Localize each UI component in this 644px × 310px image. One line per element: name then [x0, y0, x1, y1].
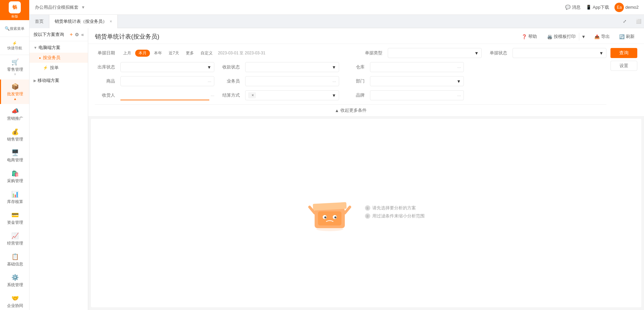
doc-status-select[interactable]: ▼: [513, 48, 606, 58]
filter-section: 单据日期 上月 本月 本年 近7天 更多 自定义 20: [88, 44, 644, 116]
salesperson-select[interactable]: ···: [245, 76, 339, 86]
desktop-scheme-section: ▼ 电脑端方案 ● 按业务员 ⚡ 按单: [30, 41, 88, 74]
inventory-label: 库存核算: [7, 199, 23, 205]
filter-fields: 单据日期 上月 本月 本年 近7天 更多 自定义 20: [95, 48, 606, 116]
help-button[interactable]: ❓ 帮助: [519, 32, 540, 41]
industry-dropdown-arrow[interactable]: ▼: [81, 5, 85, 10]
sidebar-item-retail[interactable]: 🛒 零售管理 ▼: [0, 55, 29, 80]
tip-num-1: ①: [365, 205, 370, 211]
date-tab-last-month[interactable]: 上月: [120, 50, 134, 57]
sidebar-item-ecommerce[interactable]: 🖥️ 电商管理: [0, 146, 29, 166]
warehouse-dots[interactable]: ···: [457, 65, 461, 70]
sidebar-item-sales[interactable]: 💰 销售管理: [0, 125, 29, 146]
print-button[interactable]: 🖨️ 按模板打印: [544, 32, 579, 41]
print-dropdown-arrow[interactable]: ▼: [579, 33, 588, 41]
sidebar-item-system[interactable]: ⚙️ 系统管理: [0, 270, 29, 291]
department-select[interactable]: ▼: [370, 76, 464, 86]
export-button[interactable]: 📤 导出: [592, 32, 612, 41]
header-actions: + ⚙ «: [70, 32, 84, 38]
brand-dots[interactable]: ···: [457, 93, 461, 98]
goods-select[interactable]: ···: [120, 76, 214, 86]
collapse-panel-icon[interactable]: «: [81, 32, 84, 37]
quick-nav-item[interactable]: ⚡ 快捷导航: [0, 38, 29, 53]
settings-button[interactable]: 设置: [610, 61, 637, 71]
brand-select[interactable]: ···: [370, 90, 464, 100]
sidebar-item-basic[interactable]: 📋 基础信息: [0, 250, 29, 270]
mobile-scheme-section: ▶ 移动端方案: [30, 74, 88, 87]
sidebar-item-finance[interactable]: 💳 资金管理: [0, 208, 29, 229]
empty-illustration: [308, 193, 352, 233]
date-tab-7days[interactable]: 近7天: [166, 50, 182, 57]
settlement-clear-tag[interactable]: ×: [248, 92, 256, 98]
brand-label: 品牌: [344, 92, 365, 98]
tab-maximize-button[interactable]: ⬜: [633, 19, 644, 24]
date-tab-custom[interactable]: 自定义: [198, 50, 215, 57]
doc-type-arrow: ▼: [474, 51, 479, 56]
basic-label: 基础信息: [7, 261, 23, 267]
out-status-select[interactable]: ▼: [120, 62, 214, 72]
nav-icon: ⚡: [12, 41, 17, 46]
scheme-item-by-order[interactable]: ⚡ 按单: [30, 63, 88, 73]
receiver-input[interactable]: [120, 90, 209, 100]
topbar-right: 💬 消息 📱 App下载 Ea demo2: [565, 3, 639, 12]
salesperson-scheme-label: 按业务员: [43, 55, 60, 61]
salesperson-dots[interactable]: ···: [332, 79, 336, 84]
page-title: 销货单统计表(按业务员): [95, 33, 159, 41]
settlement-clear-icon[interactable]: ×: [252, 93, 254, 98]
refresh-button[interactable]: 🔄 刷新: [616, 32, 637, 41]
filter-row-2: 出库状态 ▼ 收款状态 ▼: [95, 62, 606, 72]
topbar-left: 办公用品行业模拟账套 ▼: [35, 4, 85, 10]
receiver-dots[interactable]: ···: [211, 93, 214, 98]
ecommerce-icon: 🖥️: [11, 149, 19, 156]
tab-home[interactable]: 首页: [30, 15, 49, 28]
sidebar-item-wholesale[interactable]: 📦 批发管理 ▲: [0, 80, 29, 104]
basic-icon: 📋: [11, 253, 19, 260]
user-profile[interactable]: Ea demo2: [614, 3, 639, 12]
tab-close-icon[interactable]: ×: [110, 19, 112, 24]
date-tab-this-year[interactable]: 本年: [151, 50, 165, 57]
sidebar-item-operation[interactable]: 📈 经营管理: [0, 229, 29, 250]
settlement-arrow: ▼: [332, 93, 336, 98]
collapse-conditions-bar[interactable]: ▲ 收起更多条件: [95, 104, 606, 116]
doc-status-arrow: ▼: [599, 51, 603, 56]
search-icon: 🔍: [5, 26, 10, 31]
date-label: 单据日期: [95, 50, 115, 56]
add-scheme-icon[interactable]: +: [70, 32, 73, 38]
settings-scheme-icon[interactable]: ⚙: [75, 32, 79, 37]
operation-label: 经营管理: [7, 241, 23, 246]
brand-value: ···: [370, 90, 464, 100]
print-button-group: 🖨️ 按模板打印 ▼: [544, 32, 588, 41]
goods-dots[interactable]: ···: [208, 79, 211, 84]
app-logo[interactable]: 畅 标版: [0, 0, 29, 20]
receipt-status-select[interactable]: ▼: [245, 62, 339, 72]
right-panel: 销货单统计表(按业务员) ❓ 帮助 🖨️ 按模板打印 ▼ 📤: [88, 28, 644, 310]
enterprise-label: 企业协同: [7, 303, 23, 309]
order-scheme-label: 按单: [50, 65, 59, 71]
scheme-item-by-salesperson[interactable]: ● 按业务员: [30, 53, 88, 63]
search-menu-item[interactable]: 🔍 搜索菜单: [3, 23, 26, 33]
sidebar-item-marketing[interactable]: 📣 营销推广: [0, 104, 29, 125]
tab-sales-stats[interactable]: 销货单统计表（按业务员） ×: [49, 15, 118, 28]
tip-num-2: ②: [365, 213, 370, 219]
doc-type-select[interactable]: ▼: [388, 48, 482, 58]
date-tab-more[interactable]: 更多: [183, 50, 197, 57]
sidebar-item-enterprise[interactable]: 🤝 企业协同: [0, 291, 29, 310]
mobile-scheme-header[interactable]: ▶ 移动端方案: [30, 75, 88, 86]
desktop-scheme-header[interactable]: ▼ 电脑端方案: [30, 43, 88, 53]
receipt-status-label: 收款状态: [220, 64, 240, 70]
tab-expand-button[interactable]: ⤢: [619, 19, 631, 24]
app-download-action[interactable]: 📱 App下载: [586, 4, 609, 10]
mobile-section-arrow: ▶: [34, 79, 36, 83]
query-button[interactable]: 查询: [610, 48, 637, 58]
date-tab-this-month[interactable]: 本月: [135, 50, 150, 57]
sidebar-item-purchase[interactable]: 🛍️ 采购管理: [0, 166, 29, 187]
tip-text-1: 请先选择要分析的方案: [372, 205, 416, 211]
message-action[interactable]: 💬 消息: [565, 4, 581, 10]
logo-icon: 畅: [9, 1, 21, 13]
settlement-select[interactable]: × ▼: [245, 90, 339, 100]
warehouse-select[interactable]: ···: [370, 62, 464, 72]
left-query-panel: 按以下方案查询 + ⚙ « ▼ 电脑端方案 ● 按业务员 ⚡ 按: [30, 28, 88, 310]
receipt-status-value: ▼: [245, 62, 339, 72]
phone-icon: 📱: [586, 5, 591, 10]
sidebar-item-inventory[interactable]: 📊 库存核算: [0, 187, 29, 208]
